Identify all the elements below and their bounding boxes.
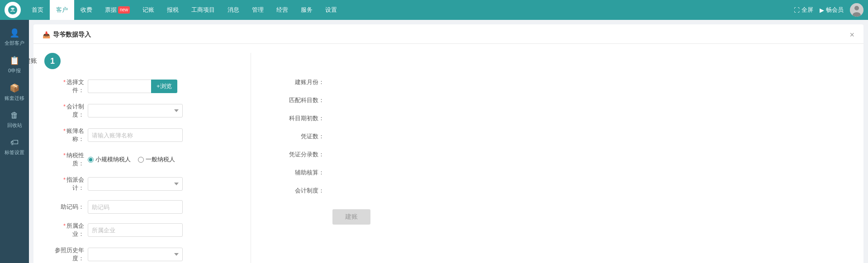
history-label: 参照历史年度：: [52, 246, 88, 263]
report-icon: 📋: [9, 56, 19, 66]
avatar[interactable]: [850, 3, 863, 17]
trash-icon: 🗑: [10, 111, 19, 120]
info-match-label: 匹配科目数：: [287, 96, 328, 104]
tax-row: *纳税性质： 小规模纳税人 一般纳税人: [52, 151, 242, 168]
tax-small-input[interactable]: [88, 157, 94, 163]
modal-header: 📥 导爷数据导入 ×: [33, 24, 863, 44]
sidebar: 👤 全部客户 📋 0申报 📦 账套迁移 🗑 回收站 🏷 标签设置: [0, 20, 29, 263]
nav-manage[interactable]: 管理: [246, 0, 270, 20]
history-row: 参照历史年度：: [52, 246, 242, 263]
sidebar-item-declaration[interactable]: 📋 0申报: [0, 51, 29, 79]
close-button[interactable]: ×: [849, 31, 854, 39]
file-label: *选择文件：: [52, 78, 88, 94]
info-voucher-entry-row: 凭证分录数：: [287, 150, 845, 159]
memo-input[interactable]: [88, 200, 183, 214]
info-month-row: 建账月份：: [287, 78, 845, 86]
tax-general-input[interactable]: [138, 157, 144, 163]
info-accounting-system-label: 会计制度：: [287, 187, 328, 195]
accounting-select[interactable]: [88, 104, 183, 117]
file-input-group: +浏览: [88, 80, 177, 93]
nav-tax[interactable]: 报税: [161, 0, 185, 20]
file-select-row: *选择文件： +浏览: [52, 78, 242, 94]
sidebar-item-all-customers[interactable]: 👤 全部客户: [0, 23, 29, 51]
info-month-label: 建账月份：: [287, 78, 328, 86]
tax-small-radio[interactable]: 小规模纳税人: [88, 155, 131, 164]
nav-items: 首页 客户 收费 票据 new 记账 报税 工商项目 消息 管理 经营 服务 设…: [25, 0, 794, 20]
tax-general-radio[interactable]: 一般纳税人: [138, 155, 175, 164]
ledger-label: *账簿名称：: [52, 127, 88, 143]
nav-bookkeeping[interactable]: 记账: [136, 0, 161, 20]
form-right: 建账月份： 匹配科目数： 科目期初数： 凭证数：: [260, 53, 845, 263]
info-voucher-entry-label: 凭证分录数：: [287, 150, 328, 159]
ledger-row: *账簿名称：: [52, 127, 242, 143]
import-icon: 📥: [43, 31, 50, 38]
nav-service[interactable]: 服务: [294, 0, 319, 20]
info-initial-label: 科目期初数：: [287, 114, 328, 122]
assign-row: *指派会计：: [52, 176, 242, 192]
form-separator: [251, 53, 251, 263]
form-left: 建账 1 *选择文件： +浏览: [52, 53, 242, 263]
fullscreen-btn[interactable]: ⛶ 全屏: [794, 6, 813, 14]
content-area: 📥 导爷数据导入 × 建账 1 *选择文件：: [29, 20, 868, 263]
memo-label: 助记码：: [52, 203, 88, 211]
tax-radio-group: 小规模纳税人 一般纳税人: [88, 155, 175, 164]
file-input[interactable]: [88, 80, 151, 93]
person-icon: 👤: [9, 28, 19, 38]
top-nav: 首页 客户 收费 票据 new 记账 报税 工商项目 消息 管理 经营 服务 设…: [0, 0, 868, 20]
assign-label: *指派会计：: [52, 176, 88, 192]
new-badge: new: [118, 6, 130, 14]
info-aux-row: 辅助核算：: [287, 169, 845, 177]
company-row: *所属企业：: [52, 222, 242, 238]
browse-button[interactable]: +浏览: [151, 80, 177, 93]
nav-operations[interactable]: 经营: [270, 0, 294, 20]
sidebar-item-migration[interactable]: 📦 账套迁移: [0, 79, 29, 106]
sidebar-item-recycle[interactable]: 🗑 回收站: [0, 106, 29, 133]
info-initial-row: 科目期初数：: [287, 114, 845, 122]
step-label: 建账: [29, 57, 37, 65]
logo[interactable]: [5, 2, 21, 18]
nav-right: ⛶ 全屏 ▶ 畅会员: [794, 3, 863, 17]
company-input[interactable]: [88, 223, 183, 237]
vip-btn[interactable]: ▶ 畅会员: [820, 6, 844, 14]
step-header: 建账 1: [29, 53, 242, 69]
nav-fee[interactable]: 收费: [74, 0, 99, 20]
nav-biz[interactable]: 工商项目: [185, 0, 221, 20]
history-select[interactable]: [88, 248, 183, 261]
svg-point-2: [854, 6, 859, 10]
info-voucher-label: 凭证数：: [287, 132, 328, 141]
step-circle: 1: [44, 53, 61, 69]
info-accounting-system-row: 会计制度：: [287, 187, 845, 195]
company-label: *所属企业：: [52, 222, 88, 238]
migrate-icon: 📦: [9, 83, 19, 93]
accounting-row: *会计制度：: [52, 103, 242, 119]
nav-ticket[interactable]: 票据 new: [99, 0, 136, 20]
tax-label: *纳税性质：: [52, 151, 88, 168]
main-layout: 👤 全部客户 📋 0申报 📦 账套迁移 🗑 回收站 🏷 标签设置 📥 导爷: [0, 20, 868, 263]
tag-icon: 🏷: [10, 138, 19, 147]
nav-settings[interactable]: 设置: [319, 0, 343, 20]
form-area: 建账 1 *选择文件： +浏览: [33, 44, 863, 263]
nav-home[interactable]: 首页: [25, 0, 50, 20]
modal-title: 📥 导爷数据导入: [43, 31, 91, 39]
memo-row: 助记码：: [52, 200, 242, 214]
ledger-input[interactable]: [88, 128, 183, 142]
fullscreen-icon: ⛶: [794, 7, 800, 14]
nav-customer[interactable]: 客户: [50, 0, 74, 20]
build-account-button[interactable]: 建账: [332, 209, 370, 225]
sidebar-item-tags[interactable]: 🏷 标签设置: [0, 133, 29, 160]
info-match-row: 匹配科目数：: [287, 96, 845, 104]
info-voucher-row: 凭证数：: [287, 132, 845, 141]
play-icon: ▶: [820, 7, 824, 14]
modal-card: 📥 导爷数据导入 × 建账 1 *选择文件：: [33, 24, 863, 263]
info-aux-label: 辅助核算：: [287, 169, 328, 177]
accounting-label: *会计制度：: [52, 103, 88, 119]
assign-select[interactable]: [88, 177, 183, 191]
nav-message[interactable]: 消息: [221, 0, 246, 20]
